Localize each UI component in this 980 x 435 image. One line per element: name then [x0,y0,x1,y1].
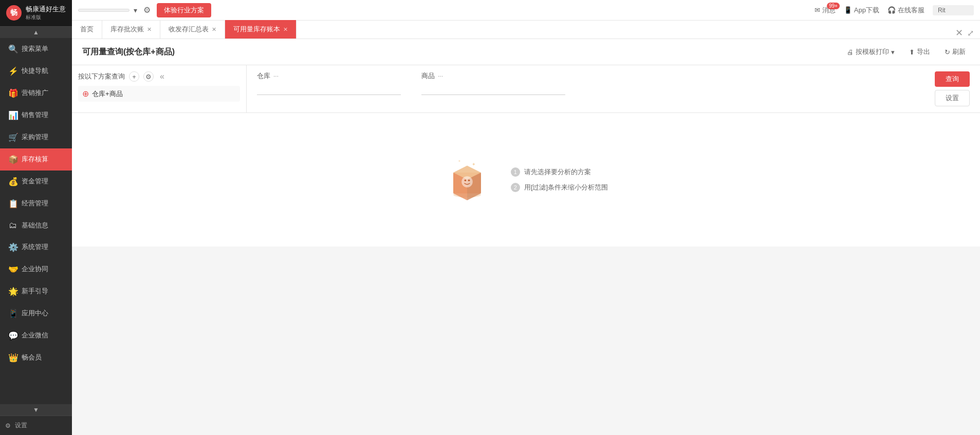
sidebar-item-label: 库存核算 [22,155,48,164]
tab-summary-close[interactable]: ✕ [212,26,216,33]
query-sidebar-header: 按以下方案查询 + ⚙ « [78,71,240,82]
sidebar-item-label: 企业协同 [22,264,48,274]
sidebar-item-label: 搜索菜单 [22,44,48,53]
warehouse-input[interactable] [257,83,401,95]
user-menu[interactable]: Rit [933,5,974,15]
tabs-close-all-btn[interactable]: ✕ [953,27,965,39]
product-label: 商品 ··· [421,71,565,81]
svg-point-5 [461,176,473,187]
sidebar-item-member[interactable]: 👑畅会员 [0,347,72,369]
query-actions: 查询 设置 [935,65,980,112]
message-icon: ✉ [815,6,820,14]
app-download-label: App下载 [854,6,879,15]
sidebar-item-label: 营销推广 [22,88,48,98]
sidebar-header: 畅 畅康通好生意 标准版 [0,0,72,27]
sidebar-item-search[interactable]: 🔍搜索菜单 [0,38,72,60]
scheme-item[interactable]: ⊕ 仓库+商品 [78,86,240,102]
tabs-bar: 首页 库存批次账 ✕ 收发存汇总表 ✕ 可用量库存账本 ✕ ✕ ⤢ [72,21,980,39]
sidebar-item-sales[interactable]: 📊销售管理 [0,104,72,126]
scheme-item-label: 仓库+商品 [92,89,123,99]
sidebar-item-basic[interactable]: 🗂基础信息 [0,215,72,236]
warehouse-more[interactable]: ··· [273,72,279,80]
tab-available[interactable]: 可用量库存账本 ✕ [225,20,297,39]
empty-tips: 1 请先选择要分析的方案 2 用[过滤]条件来缩小分析范围 [511,167,608,192]
sidebar-item-label: 经营管理 [22,199,48,208]
empty-icon-area: ✦ ✦ [444,154,495,205]
print-label: 按模板打印 [856,47,889,56]
svg-text:✦: ✦ [458,159,461,163]
product-more[interactable]: ··· [438,72,443,80]
sidebar-item-label: 新手引导 [22,287,48,296]
sidebar-item-label: 采购管理 [22,133,48,142]
tab-batch-close[interactable]: ✕ [147,26,152,33]
breadcrumb [78,9,130,12]
app-download-btn[interactable]: 📱 App下载 [844,6,879,15]
query-sidebar: 按以下方案查询 + ⚙ « ⊕ 仓库+商品 [72,65,247,112]
print-btn[interactable]: 🖨 按模板打印 ▾ [843,45,899,59]
query-sidebar-title: 按以下方案查询 [78,72,125,81]
query-btn[interactable]: 查询 [935,71,970,87]
page-title: 可用量查询(按仓库+商品) [82,47,175,58]
export-label: 导出 [917,47,930,56]
sidebar-nav: 🔍搜索菜单⚡快捷导航🎁营销推广📊销售管理🛒采购管理📦库存核算💰资金管理📋经营管理… [0,38,72,404]
sales-icon: 📊 [8,110,17,120]
sidebar-item-label: 基础信息 [22,221,48,230]
query-fields: 仓库 ··· 商品 ··· [247,65,935,112]
tab-available-close[interactable]: ✕ [283,26,288,33]
refresh-btn[interactable]: ↻ 刷新 [940,45,970,59]
product-input[interactable] [421,83,565,95]
tip-text-1: 请先选择要分析的方案 [524,167,591,177]
sidebar-item-newbie[interactable]: 🌟新手引导 [0,280,72,302]
tab-summary[interactable]: 收发存汇总表 ✕ [160,20,225,39]
sidebar-bottom[interactable]: ⚙ 设置 [0,415,72,435]
collapse-btn[interactable]: « [160,72,164,81]
export-btn[interactable]: ⬆ 导出 [905,45,934,59]
add-scheme-btn[interactable]: + [129,71,139,82]
app-logo: 畅 [6,5,22,21]
sidebar-item-operation[interactable]: 📋经营管理 [0,193,72,215]
tab-home[interactable]: 首页 [72,20,102,39]
page-header: 可用量查询(按仓库+商品) 🖨 按模板打印 ▾ ⬆ 导出 ↻ 刷新 [72,39,980,65]
message-btn[interactable]: ✉ 消息 99+ [815,6,836,15]
print-dropdown-icon[interactable]: ▾ [891,48,895,56]
empty-box-icon: ✦ ✦ [444,154,490,200]
appstore-icon: 📱 [8,309,17,318]
empty-state: ✦ ✦ 1 请先选择要分析的方案 2 用[过滤]条件来缩小分析范围 [72,113,980,247]
online-service-btn[interactable]: 🎧 在线客服 [887,6,924,15]
enterprise-icon: 🤝 [8,264,17,274]
sidebar-item-system[interactable]: ⚙️系统管理 [0,236,72,258]
inventory-icon: 📦 [8,155,17,164]
svg-text:✦: ✦ [472,162,476,167]
sidebar-item-finance[interactable]: 💰资金管理 [0,171,72,193]
sidebar-item-wechat[interactable]: 💬企业微信 [0,325,72,347]
refresh-label: 刷新 [952,47,966,56]
tab-available-label: 可用量库存账本 [233,25,280,34]
scheme-settings-btn[interactable]: ⚙ [143,71,154,82]
app-icon: 📱 [844,6,852,14]
topbar-settings-icon[interactable]: ⚙ [141,4,153,16]
operation-icon: 📋 [8,199,17,209]
sidebar-item-inventory[interactable]: 📦库存核算 [0,148,72,171]
sidebar-bottom-label: 设置 [15,421,27,430]
sidebar-item-marketing[interactable]: 🎁营销推广 [0,82,72,104]
sidebar-scroll-up[interactable]: ▲ [0,27,72,38]
empty-tip-1: 1 请先选择要分析的方案 [511,167,608,177]
tab-batch[interactable]: 库存批次账 ✕ [102,20,160,39]
sidebar-item-purchase[interactable]: 🛒采购管理 [0,126,72,148]
sidebar-item-appstore[interactable]: 📱应用中心 [0,302,72,325]
system-icon: ⚙️ [8,242,17,252]
sidebar-item-shortcut[interactable]: ⚡快捷导航 [0,60,72,82]
sidebar-item-label: 畅会员 [22,353,42,362]
tip-num-2: 2 [511,183,520,192]
sidebar-item-enterprise[interactable]: 🤝企业协同 [0,258,72,280]
tip-text-2: 用[过滤]条件来缩小分析范围 [524,183,608,192]
settings-btn2[interactable]: 设置 [935,90,970,106]
main-content: ▾ ⚙ 体验行业方案 ✉ 消息 99+ 📱 App下载 🎧 在线客服 Rit 首… [72,0,980,435]
marketing-icon: 🎁 [8,88,17,98]
tabs-resize-btn[interactable]: ⤢ [967,28,974,38]
message-badge: 99+ [827,3,840,9]
settings-icon: ⚙ [5,422,11,429]
industry-btn[interactable]: 体验行业方案 [157,3,211,17]
breadcrumb-dropdown[interactable]: ▾ [134,6,137,14]
sidebar-scroll-down[interactable]: ▼ [0,404,72,415]
